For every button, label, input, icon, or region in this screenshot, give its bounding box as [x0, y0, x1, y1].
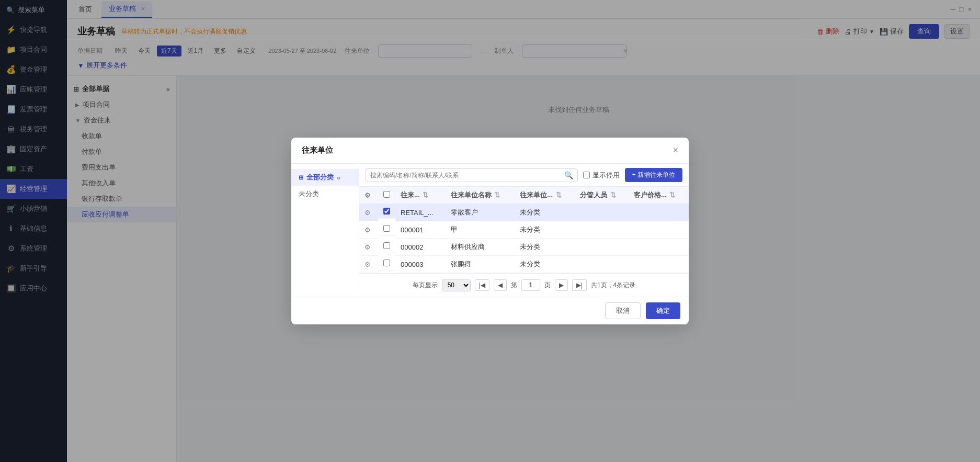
table-row[interactable]: ⚙ 000002 材料供应商 未分类 — [359, 239, 689, 256]
dialog-left-panel: ⊞ 全部分类 « 未分类 — [291, 164, 359, 297]
pagination-row: 每页显示 50 100 |◀ ◀ 第 页 ▶ ▶| 共1页，4条记录 — [368, 279, 680, 291]
page-word: 第 — [511, 281, 517, 290]
table-header-row: ⚙ 往来... ⇅ 往来单位名称 — [359, 187, 689, 204]
row-settings-cell: ⚙ — [359, 239, 378, 256]
page-label: 页 — [544, 281, 551, 290]
table-row[interactable]: ⚙ 000001 甲 未分类 — [359, 221, 689, 239]
row-checkbox-cell — [378, 221, 395, 236]
show-disabled-label: 显示停用 — [592, 171, 620, 180]
page-next-button[interactable]: ▶ — [555, 279, 568, 291]
dialog-close-button[interactable]: × — [673, 145, 678, 156]
dialog-left-collapse-icon[interactable]: « — [337, 174, 340, 182]
th-price: 客户价格... ⇅ — [629, 187, 689, 204]
row-checkbox-cell — [378, 204, 395, 219]
row-category: 未分类 — [515, 221, 575, 239]
row-price-level — [629, 204, 689, 221]
th-manager: 分管人员 ⇅ — [575, 187, 629, 204]
row-settings-cell: ⚙ — [359, 256, 378, 273]
row-name: 张鹏得 — [446, 256, 515, 273]
dialog-footer: 每页显示 50 100 |◀ ◀ 第 页 ▶ ▶| 共1页，4条记录 — [359, 273, 689, 297]
row-settings-cell: ⚙ — [359, 204, 378, 221]
row-price-level — [629, 239, 689, 256]
row-category: 未分类 — [515, 204, 575, 221]
sort-category-icon: ⇅ — [556, 191, 562, 199]
dialog-table: ⚙ 往来... ⇅ 往来单位名称 — [359, 187, 689, 273]
table-row[interactable]: ⚙ RETAIL_... 零散客户 未分类 — [359, 204, 689, 221]
row-category: 未分类 — [515, 239, 575, 256]
page-first-button[interactable]: |◀ — [475, 279, 489, 291]
row-code: RETAIL_... — [395, 204, 446, 221]
sort-manager-icon: ⇅ — [610, 191, 616, 199]
dialog-left-all-category[interactable]: ⊞ 全部分类 « — [291, 169, 359, 186]
gear-icon[interactable]: ⚙ — [364, 191, 371, 199]
page-input[interactable] — [521, 279, 540, 291]
party-dialog: 往来单位 × ⊞ 全部分类 « 未分类 — [291, 138, 689, 324]
row-checkbox[interactable] — [383, 260, 390, 266]
th-category-label: 往来单位... — [520, 191, 553, 199]
th-code-label: 往来... — [401, 191, 420, 199]
row-price-level — [629, 221, 689, 239]
dialog-overlay[interactable]: 往来单位 × ⊞ 全部分类 « 未分类 — [0, 0, 980, 462]
dialog-right-panel: 🔍 显示停用 + 新增往来单位 ⚙ — [359, 164, 689, 297]
row-gear-icon[interactable]: ⚙ — [364, 261, 371, 268]
party-search-input[interactable] — [370, 172, 561, 179]
grid-icon-small: ⊞ — [299, 174, 303, 181]
th-name: 往来单位名称 ⇅ — [446, 187, 515, 204]
th-checkbox — [378, 187, 395, 204]
th-price-label: 客户价格... — [634, 191, 667, 199]
row-manager — [575, 256, 629, 273]
dialog-left-unclassified[interactable]: 未分类 — [291, 186, 359, 202]
row-category: 未分类 — [515, 256, 575, 273]
row-checkbox-cell — [378, 256, 395, 271]
add-party-button[interactable]: + 新增往来单位 — [625, 168, 682, 182]
search-box: 🔍 — [366, 168, 578, 182]
dialog-left-unclassified-label: 未分类 — [299, 189, 319, 199]
row-manager — [575, 204, 629, 221]
row-price-level — [629, 256, 689, 273]
page-prev-button[interactable]: ◀ — [494, 279, 507, 291]
row-gear-icon[interactable]: ⚙ — [364, 243, 371, 251]
dialog-title: 往来单位 — [302, 145, 333, 155]
th-code: 往来... ⇅ — [395, 187, 446, 204]
row-checkbox-cell — [378, 239, 395, 253]
select-all-checkbox[interactable] — [383, 191, 390, 198]
th-name-label: 往来单位名称 — [451, 191, 492, 199]
row-code: 000001 — [395, 221, 446, 239]
confirm-button[interactable]: 确定 — [646, 302, 680, 319]
dialog-header: 往来单位 × — [291, 138, 689, 164]
sort-code-icon: ⇅ — [423, 191, 428, 199]
search-icon: 🔍 — [564, 171, 573, 179]
row-checkbox[interactable] — [383, 242, 390, 249]
table-row[interactable]: ⚙ 000003 张鹏得 未分类 — [359, 256, 689, 273]
row-gear-icon[interactable]: ⚙ — [364, 226, 371, 234]
dialog-action-bar: 取消 确定 — [291, 297, 689, 324]
row-name: 甲 — [446, 221, 515, 239]
dialog-left-all-label: 全部分类 — [306, 173, 334, 182]
row-manager — [575, 239, 629, 256]
row-checkbox[interactable] — [383, 225, 390, 232]
th-manager-label: 分管人员 — [580, 191, 607, 199]
sort-price-icon: ⇅ — [669, 191, 675, 199]
row-code: 000002 — [395, 239, 446, 256]
th-settings: ⚙ — [359, 187, 378, 204]
row-gear-icon[interactable]: ⚙ — [364, 209, 371, 217]
sort-name-icon: ⇅ — [494, 191, 500, 199]
row-name: 材料供应商 — [446, 239, 515, 256]
row-code: 000003 — [395, 256, 446, 273]
row-checkbox[interactable] — [383, 208, 390, 215]
dialog-table-body: ⚙ RETAIL_... 零散客户 未分类 ⚙ 000001 甲 未分类 ⚙ 0… — [359, 204, 689, 273]
table-head: ⚙ 往来... ⇅ 往来单位名称 — [359, 187, 689, 204]
dialog-table-wrap: ⚙ 往来... ⇅ 往来单位名称 — [359, 187, 689, 273]
row-manager — [575, 221, 629, 239]
cancel-button[interactable]: 取消 — [605, 302, 641, 319]
th-category: 往来单位... ⇅ — [515, 187, 575, 204]
show-disabled-check[interactable] — [583, 172, 590, 178]
page-size-select[interactable]: 50 100 — [442, 279, 471, 291]
row-settings-cell: ⚙ — [359, 221, 378, 239]
dialog-body: ⊞ 全部分类 « 未分类 🔍 显示停用 — [291, 164, 689, 297]
page-last-button[interactable]: ▶| — [572, 279, 587, 291]
row-name: 零散客户 — [446, 204, 515, 221]
show-disabled-checkbox[interactable]: 显示停用 — [583, 171, 620, 180]
page-size-label: 每页显示 — [413, 281, 438, 290]
dialog-toolbar: 🔍 显示停用 + 新增往来单位 — [359, 164, 689, 187]
